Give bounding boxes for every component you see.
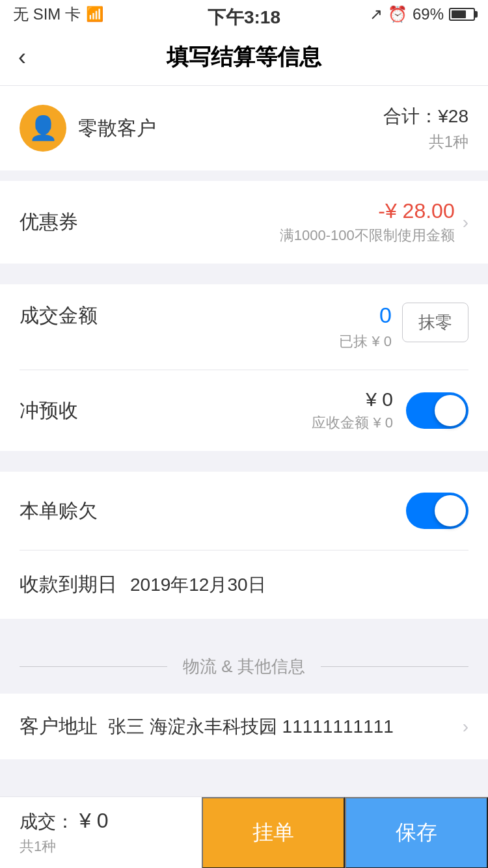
transaction-value-block: 0 已抹 ¥ 0 xyxy=(339,303,392,351)
transaction-right: 0 已抹 ¥ 0 抹零 xyxy=(339,303,468,351)
logistics-line-right xyxy=(321,666,468,667)
back-button[interactable]: ‹ xyxy=(18,44,26,71)
battery-percent: 69% xyxy=(413,5,444,23)
customer-right: 合计：¥28 共1种 xyxy=(383,104,468,152)
address-value: 张三 海淀永丰科技园 11111111111 xyxy=(98,714,463,739)
section-divider-1 xyxy=(0,274,488,284)
bottom-count: 共1种 xyxy=(20,837,182,856)
bottom-transaction-row: 成交： ¥ 0 xyxy=(20,809,182,834)
avatar: 👤 xyxy=(20,105,66,152)
address-section: 客户地址 张三 海淀永丰科技园 11111111111 › xyxy=(0,694,488,759)
customer-left: 👤 零散客户 xyxy=(20,105,156,152)
section-divider-3 xyxy=(0,629,488,640)
transaction-value: 0 xyxy=(339,303,392,328)
prepay-value-block: ¥ 0 应收金额 ¥ 0 xyxy=(312,388,393,433)
logistics-line-left xyxy=(20,666,167,667)
due-date-value: 2019年12月30日 xyxy=(130,573,266,597)
bottom-info: 成交： ¥ 0 共1种 xyxy=(0,809,202,856)
chevron-right-icon: › xyxy=(463,212,468,233)
battery-icon xyxy=(449,8,475,21)
bottom-bar: 成交： ¥ 0 共1种 挂单 保存 xyxy=(0,796,488,868)
avatar-icon: 👤 xyxy=(29,115,58,142)
round-off-button[interactable]: 抹零 xyxy=(402,303,468,342)
hold-button[interactable]: 挂单 xyxy=(202,797,345,869)
total-amount: 合计：¥28 xyxy=(383,104,468,129)
coupon-label: 优惠券 xyxy=(20,209,78,236)
prepay-sub: 应收金额 ¥ 0 xyxy=(312,413,393,433)
prepay-value: ¥ 0 xyxy=(312,388,393,411)
nav-bar: ‹ 填写结算等信息 xyxy=(0,29,488,86)
bottom-transaction-label: 成交： xyxy=(20,809,74,834)
transaction-sub: 已抹 ¥ 0 xyxy=(339,332,392,351)
alarm-icon: ⏰ xyxy=(388,5,407,23)
main-content: 👤 零散客户 合计：¥28 共1种 优惠券 -¥ 28.00 满1000-100… xyxy=(0,86,488,848)
prepay-toggle[interactable] xyxy=(406,392,468,429)
logistics-section: 物流 & 其他信息 xyxy=(0,640,488,694)
customer-section: 👤 零散客户 合计：¥28 共1种 xyxy=(0,86,488,170)
status-bar: 无 SIM 卡 📶 下午3:18 ↗ ⏰ 69% xyxy=(0,0,488,29)
coupon-amount: -¥ 28.00 xyxy=(280,199,455,223)
prepay-right: ¥ 0 应收金额 ¥ 0 xyxy=(312,388,468,433)
page-title: 填写结算等信息 xyxy=(167,42,321,72)
due-date-row: 收款到期日 2019年12月30日 xyxy=(0,550,488,619)
bottom-transaction-value: ¥ 0 xyxy=(79,809,108,833)
section-divider-2 xyxy=(0,461,488,472)
address-label: 客户地址 xyxy=(20,713,98,740)
coupon-section: 优惠券 -¥ 28.00 满1000-100不限制使用金额 › xyxy=(0,181,488,264)
save-button[interactable]: 保存 xyxy=(345,797,488,869)
toggle-knob xyxy=(435,395,466,426)
transaction-label: 成交金额 xyxy=(20,303,98,329)
due-date-label: 收款到期日 xyxy=(20,571,117,598)
address-chevron-icon: › xyxy=(463,716,468,737)
location-icon: ↗ xyxy=(370,5,383,23)
customer-name: 零散客户 xyxy=(78,115,156,142)
coupon-desc: 满1000-100不限制使用金额 xyxy=(280,226,455,245)
address-row[interactable]: 客户地址 张三 海淀永丰科技园 11111111111 › xyxy=(0,694,488,759)
total-count: 共1种 xyxy=(383,131,468,152)
transaction-section: 成交金额 0 已抹 ¥ 0 抹零 冲预收 ¥ 0 应收金额 ¥ 0 xyxy=(0,284,488,451)
status-right: ↗ ⏰ 69% xyxy=(370,5,475,23)
coupon-row[interactable]: 优惠券 -¥ 28.00 满1000-100不限制使用金额 › xyxy=(0,181,488,264)
debt-toggle-knob xyxy=(435,495,466,526)
customer-row: 👤 零散客户 合计：¥28 共1种 xyxy=(0,86,488,170)
debt-row: 本单赊欠 xyxy=(0,472,488,550)
debt-label: 本单赊欠 xyxy=(20,498,98,524)
wifi-icon: 📶 xyxy=(86,6,103,23)
debt-section: 本单赊欠 收款到期日 2019年12月30日 xyxy=(0,472,488,619)
status-time: 下午3:18 xyxy=(208,5,280,30)
coupon-info: -¥ 28.00 满1000-100不限制使用金额 xyxy=(280,199,455,245)
debt-toggle[interactable] xyxy=(406,493,468,529)
coupon-right: -¥ 28.00 满1000-100不限制使用金额 › xyxy=(280,199,468,245)
transaction-row: 成交金额 0 已抹 ¥ 0 抹零 xyxy=(0,284,488,370)
prepay-label: 冲预收 xyxy=(20,398,78,424)
prepay-row: 冲预收 ¥ 0 应收金额 ¥ 0 xyxy=(0,370,488,451)
status-left: 无 SIM 卡 📶 xyxy=(13,4,103,25)
logistics-text: 物流 & 其他信息 xyxy=(167,655,321,678)
carrier-text: 无 SIM 卡 xyxy=(13,4,81,25)
